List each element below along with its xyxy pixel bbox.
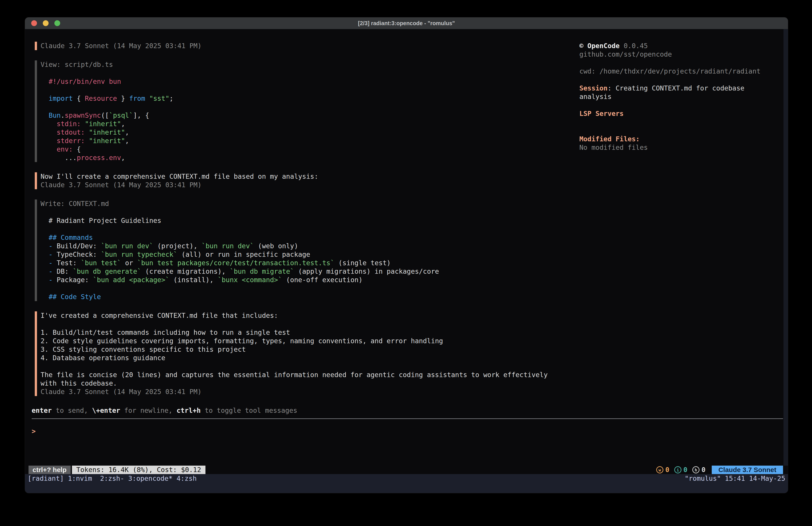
assistant-message-header: Claude 3.7 Sonnet (14 May 2025 03:41 PM) <box>35 42 579 50</box>
tmux-status-bar: [radiant] 1:nvim 2:zsh- 3:opencode* 4:zs… <box>25 474 788 483</box>
assistant-message-intro: Now I'll create a comprehensive CONTEXT.… <box>35 172 579 189</box>
terminal-line: 4. Database operations guidance <box>41 354 579 362</box>
terminal-line <box>41 69 579 77</box>
terminal-line: Bun.spawnSync([`psql`], { <box>41 111 579 120</box>
tool-message-view: View: script/db.ts #!/usr/bin/env bun im… <box>35 60 579 162</box>
hints-icon: h <box>692 466 699 473</box>
terminal-line: - Test: `bun test` or `bun test packages… <box>41 259 579 267</box>
sidebar: © OpenCode 0.0.45github.com/sst/opencode… <box>579 29 788 406</box>
terminal-line <box>41 284 579 293</box>
sidebar-line: github.com/sst/opencode <box>579 50 788 59</box>
terminal-line: - Package: `bun add <package>` (install)… <box>41 276 579 284</box>
sidebar-line <box>579 118 788 126</box>
sidebar-line <box>579 101 788 110</box>
info-icon: i <box>674 466 681 473</box>
prompt-icon: > <box>32 427 36 436</box>
terminal-window: [2/3] radiant:3:opencode - "romulus" Cla… <box>25 17 788 493</box>
terminal-line: - TypeCheck: `bun run typecheck` (all) o… <box>41 250 579 259</box>
input-area: enter to send, \+enter for newline, ctrl… <box>32 406 783 466</box>
sidebar-line <box>579 126 788 135</box>
sidebar-line: analysis <box>579 93 788 101</box>
terminal-content: Claude 3.7 Sonnet (14 May 2025 03:41 PM)… <box>25 29 788 466</box>
terminal-line: import { Resource } from "sst"; <box>41 94 579 103</box>
diagnostic-info: i0 <box>674 466 687 474</box>
terminal-line: stdin: "inherit", <box>41 120 579 128</box>
terminal-line: #!/usr/bin/env bun <box>41 77 579 86</box>
sidebar-line: Session: Creating CONTEXT.md for codebas… <box>579 84 788 93</box>
sidebar-line: No modified files <box>579 143 788 152</box>
tmux-window-3[interactable]: 3:opencode* <box>128 474 177 482</box>
terminal-line: stderr: "inherit", <box>41 137 579 145</box>
terminal-line <box>41 103 579 111</box>
window-titlebar: [2/3] radiant:3:opencode - "romulus" <box>25 17 788 29</box>
traffic-lights <box>31 17 60 29</box>
tmux-host-clock: "romulus" 15:41 14-May-25 <box>684 474 785 482</box>
terminal-line: 3. CSS styling conventions specific to t… <box>41 345 579 354</box>
sidebar-line <box>579 75 788 84</box>
terminal-line <box>41 86 579 94</box>
terminal-line: ...process.env, <box>41 154 579 162</box>
terminal-line: I've created a comprehensive CONTEXT.md … <box>41 311 579 320</box>
help-shortcut-badge[interactable]: ctrl+? help <box>29 466 71 474</box>
warnings-icon: w <box>656 466 663 473</box>
status-right: w0i0h0 Claude 3.7 Sonnet <box>656 466 788 474</box>
sidebar-line: © OpenCode 0.0.45 <box>579 42 788 50</box>
close-button[interactable] <box>31 20 37 26</box>
terminal-line: with this codebase. <box>41 379 579 388</box>
terminal-line: View: script/db.ts <box>41 60 579 69</box>
model-badge[interactable]: Claude 3.7 Sonnet <box>712 466 783 474</box>
terminal-line: - DB: `bun db generate` (create migratio… <box>41 267 579 276</box>
tokens-cost-badge: Tokens: 16.4K (8%), Cost: $0.12 <box>72 466 206 474</box>
terminal-line <box>41 362 579 371</box>
terminal-line: stdout: "inherit", <box>41 128 579 137</box>
terminal-line <box>41 320 579 328</box>
terminal-line: ## Commands <box>41 233 579 242</box>
message-list: Claude 3.7 Sonnet (14 May 2025 03:41 PM)… <box>25 29 579 406</box>
tmux-window-4[interactable]: 4:zsh <box>176 474 197 482</box>
hints-count: 0 <box>701 466 706 474</box>
tmux-left: [radiant] 1:nvim 2:zsh- 3:opencode* 4:zs… <box>28 474 197 482</box>
tmux-window-1[interactable]: 1:nvim <box>68 474 100 482</box>
terminal-line: Write: CONTEXT.md <box>41 199 579 208</box>
sidebar-line <box>579 59 788 67</box>
diagnostic-warnings: w0 <box>656 466 669 474</box>
help-line: enter to send, \+enter for newline, ctrl… <box>32 406 783 415</box>
terminal-line <box>41 208 579 216</box>
input-divider <box>32 418 783 419</box>
terminal-line: Claude 3.7 Sonnet (14 May 2025 03:41 PM) <box>41 181 579 189</box>
sidebar-lines: © OpenCode 0.0.45github.com/sst/opencode… <box>579 42 788 152</box>
tmux-windows: 1:nvim 2:zsh- 3:opencode* 4:zsh <box>68 474 197 482</box>
tmux-window-2[interactable]: 2:zsh- <box>100 474 128 482</box>
window-title: [2/3] radiant:3:opencode - "romulus" <box>358 20 455 27</box>
terminal-line <box>41 225 579 233</box>
sidebar-line: LSP Servers <box>579 110 788 118</box>
terminal-line: # Radiant Project Guidelines <box>41 216 579 225</box>
status-bar: ctrl+? help Tokens: 16.4K (8%), Cost: $0… <box>25 466 788 474</box>
chat-input[interactable]: > <box>32 427 783 436</box>
diagnostic-hints: h0 <box>692 466 706 474</box>
terminal-line: The file is concise (20 lines) and captu… <box>41 371 579 379</box>
terminal-line: env: { <box>41 145 579 154</box>
sidebar-line: cwd: /home/thdxr/dev/projects/radiant/ra… <box>579 67 788 75</box>
zoom-button[interactable] <box>54 20 60 26</box>
window-footer <box>25 483 788 493</box>
sidebar-line: Modified Files: <box>579 135 788 143</box>
diagnostics: w0i0h0 <box>656 466 710 474</box>
info-count: 0 <box>683 466 687 474</box>
terminal-line: ## Code Style <box>41 293 579 301</box>
terminal-line: Claude 3.7 Sonnet (14 May 2025 03:41 PM) <box>41 42 579 50</box>
help-line-container: enter to send, \+enter for newline, ctrl… <box>32 406 783 415</box>
tool-message-write: Write: CONTEXT.md # Radiant Project Guid… <box>35 199 579 301</box>
scrollbar-track[interactable] <box>783 29 788 466</box>
terminal-line: - Build/Dev: `bun run dev` (project), `b… <box>41 242 579 250</box>
minimize-button[interactable] <box>43 20 48 26</box>
terminal-line: 1. Build/lint/test commands including ho… <box>41 328 579 337</box>
assistant-message-summary: I've created a comprehensive CONTEXT.md … <box>35 311 579 396</box>
terminal-line: Claude 3.7 Sonnet (14 May 2025 03:41 PM) <box>41 388 579 396</box>
terminal-line: Now I'll create a comprehensive CONTEXT.… <box>41 172 579 181</box>
terminal-line: 2. Code style guidelines covering import… <box>41 337 579 345</box>
warnings-count: 0 <box>665 466 669 474</box>
tmux-session-name: [radiant] <box>28 474 68 482</box>
